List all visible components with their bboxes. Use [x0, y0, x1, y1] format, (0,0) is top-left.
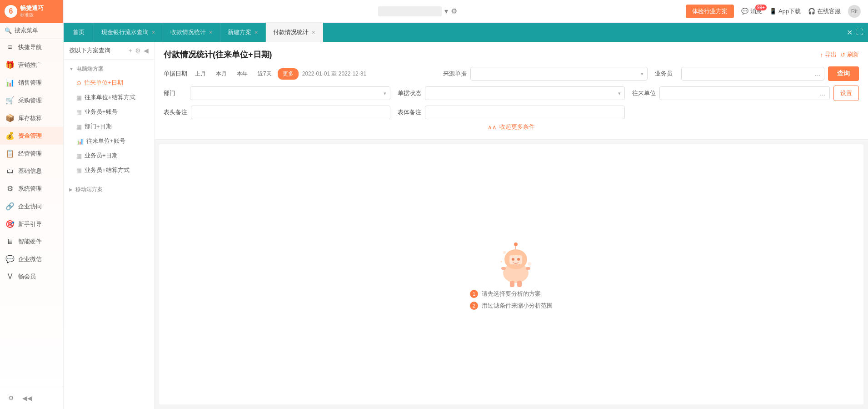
settings-gear-icon[interactable]: ⚙: [451, 7, 457, 15]
staff-select[interactable]: ...: [681, 67, 824, 81]
empty-state: 1 请先选择要分析的方案 2 用过滤条件来缩小分析范围: [159, 144, 863, 404]
filter-rows: 单据日期 上月 本月 本年 近7天 更多 2022-01-01 至 2022-1…: [164, 66, 859, 119]
user-avatar[interactable]: Rit: [848, 5, 861, 18]
query-button[interactable]: 查询: [828, 66, 859, 81]
wechat-icon: 💬: [5, 255, 15, 263]
sidebar-item-system[interactable]: ⚙ 系统管理: [0, 180, 63, 197]
app-logo: 6 畅捷通巧 标准版: [0, 0, 63, 23]
filter-row-3: 表头备注 表体备注: [164, 106, 859, 119]
header-note-input[interactable]: [191, 106, 390, 119]
tab-receipt[interactable]: 收款情况统计 ✕: [163, 23, 220, 42]
desktop-group-title[interactable]: ▼ 电脑端方案: [64, 62, 154, 76]
sidebar-item-sales[interactable]: 📊 销售管理: [0, 74, 63, 91]
source-select[interactable]: ▾: [470, 67, 647, 81]
dropdown-arrow-icon[interactable]: ▾: [444, 7, 448, 15]
group-arrow-icon: ▼: [69, 66, 74, 71]
sidebar-item-funds[interactable]: 💰 资金管理: [0, 127, 63, 145]
add-scheme-icon[interactable]: +: [129, 47, 132, 54]
sidebar-item-base[interactable]: 🗂 基础信息: [0, 162, 63, 180]
setting-button[interactable]: 设置: [833, 86, 859, 101]
scheme-item-dept-date[interactable]: ▦ 部门+日期: [64, 119, 154, 134]
close-all-tabs-icon[interactable]: ✕: [847, 28, 853, 37]
refresh-button[interactable]: ↺ 刷新: [840, 50, 859, 59]
sidebar-item-member[interactable]: V 畅会员: [0, 268, 63, 285]
body-note-input[interactable]: [425, 106, 624, 119]
message-icon: 💬: [741, 8, 748, 15]
status-select[interactable]: ▾: [425, 86, 624, 100]
base-icon: 🗂: [5, 167, 15, 175]
source-arrow-icon: ▾: [641, 71, 644, 77]
tab-cashflow[interactable]: 现金银行流水查询 ✕: [94, 23, 163, 42]
collapse-up-icon: ∧∧: [488, 124, 497, 131]
svg-rect-10: [526, 267, 530, 270]
svg-point-13: [500, 261, 502, 263]
operations-icon: 📋: [5, 149, 15, 158]
collapse-conditions-bar[interactable]: ∧∧ 收起更多条件: [164, 119, 859, 135]
date-btn-this-year[interactable]: 本年: [233, 68, 252, 80]
maximize-icon[interactable]: ⛶: [856, 28, 863, 36]
search-menu[interactable]: 🔍 搜索菜单: [0, 23, 63, 39]
export-button[interactable]: ↑ 导出: [820, 50, 837, 59]
status-label: 单据状态: [398, 89, 421, 97]
sidebar-item-inventory[interactable]: 📦 库存核算: [0, 109, 63, 127]
date-btn-more[interactable]: 更多: [278, 68, 299, 80]
online-service-link[interactable]: 🎧 在线客服: [808, 7, 841, 15]
sidebar-item-operations[interactable]: 📋 经营管理: [0, 145, 63, 162]
scheme-item-staff-date[interactable]: ▦ 业务员+日期: [64, 148, 154, 163]
collapse-sidebar-icon[interactable]: ◀◀: [21, 392, 34, 404]
scheme-grid-icon-3: ▦: [76, 123, 82, 130]
scheme-item-unit-account[interactable]: 📊 往来单位+账号: [64, 134, 154, 148]
scheme-settings-icon[interactable]: ⚙: [135, 47, 141, 54]
filter-title-row: 付款情况统计(往来单位+日期) ↑ 导出 ↺ 刷新: [164, 49, 859, 60]
sidebar-item-guide[interactable]: 🎯 新手引导: [0, 215, 63, 233]
staff-dots-icon: ...: [814, 70, 820, 78]
tab-home[interactable]: 首页: [64, 23, 94, 42]
scheme-panel: 按以下方案查询 + ⚙ ◀ ▼ 电脑端方案 ⊙ 往来单位+日期 ▦: [64, 42, 155, 409]
mobile-group-title[interactable]: ▶ 移动端方案: [64, 183, 154, 196]
scheme-header-icons: + ⚙ ◀: [129, 47, 149, 54]
scheme-radio-icon: ⊙: [76, 80, 81, 86]
tab-close-cashflow[interactable]: ✕: [151, 30, 155, 35]
content-area: 按以下方案查询 + ⚙ ◀ ▼ 电脑端方案 ⊙ 往来单位+日期 ▦: [64, 42, 868, 409]
sidebar-item-purchase[interactable]: 🛒 采购管理: [0, 91, 63, 109]
dept-select[interactable]: ▾: [190, 86, 390, 100]
sidebar-item-marketing[interactable]: 🎁 营销推广: [0, 56, 63, 74]
message-badge[interactable]: 💬 消息 99+: [741, 7, 762, 15]
scheme-item-unit-settle[interactable]: ▦ 往来单位+结算方式: [64, 90, 154, 105]
body-note-field: 表体备注: [398, 106, 624, 119]
date-btn-this-month[interactable]: 本月: [212, 68, 231, 80]
tab-close-new-plan[interactable]: ✕: [254, 30, 258, 35]
body-note-label: 表体备注: [398, 108, 421, 116]
date-btn-last-month[interactable]: 上月: [191, 68, 210, 80]
tab-close-payment[interactable]: ✕: [311, 30, 315, 35]
filter-top: 付款情况统计(往来单位+日期) ↑ 导出 ↺ 刷新: [155, 42, 868, 140]
tab-close-receipt[interactable]: ✕: [209, 30, 213, 35]
sidebar-item-wechat[interactable]: 💬 企业微信: [0, 250, 63, 268]
source-field: 来源单据 ▾: [443, 67, 647, 81]
logo-icon: 6: [5, 5, 17, 18]
app-icon: 📱: [769, 8, 777, 15]
sidebar-item-enterprise[interactable]: 🔗 企业协同: [0, 197, 63, 215]
header-note-label: 表头备注: [164, 108, 187, 116]
tab-new-plan[interactable]: 新建方案 ✕: [220, 23, 266, 42]
tabbar-controls: ✕ ⛶: [842, 23, 868, 42]
empty-illustration: [489, 239, 534, 284]
sidebar-item-hardware[interactable]: 🖥 智能硬件: [0, 233, 63, 250]
settings-bottom-icon[interactable]: ⚙: [5, 392, 17, 404]
date-btn-last-7-days[interactable]: 近7天: [254, 68, 276, 80]
sidebar-item-nav[interactable]: ≡ 快捷导航: [0, 39, 63, 56]
trial-industry-button[interactable]: 体验行业方案: [686, 5, 734, 18]
svg-rect-9: [501, 267, 506, 270]
scheme-item-unit-date[interactable]: ⊙ 往来单位+日期: [64, 76, 154, 90]
scheme-grid-icon-2: ▦: [76, 109, 82, 116]
tab-payment[interactable]: 付款情况统计 ✕: [266, 23, 323, 42]
scheme-header: 按以下方案查询 + ⚙ ◀: [64, 42, 154, 60]
scheme-item-staff-settle[interactable]: ▦ 业务员+结算方式: [64, 163, 154, 177]
marketing-icon: 🎁: [5, 61, 15, 69]
status-field: 单据状态 ▾: [398, 86, 624, 100]
app-download-link[interactable]: 📱 App下载: [769, 7, 801, 15]
scheme-item-staff-account[interactable]: ▦ 业务员+账号: [64, 105, 154, 119]
unit-select[interactable]: ...: [659, 86, 830, 100]
collapse-scheme-icon[interactable]: ◀: [144, 47, 149, 54]
sidebar-bottom: ⚙ ◀◀: [0, 387, 63, 409]
